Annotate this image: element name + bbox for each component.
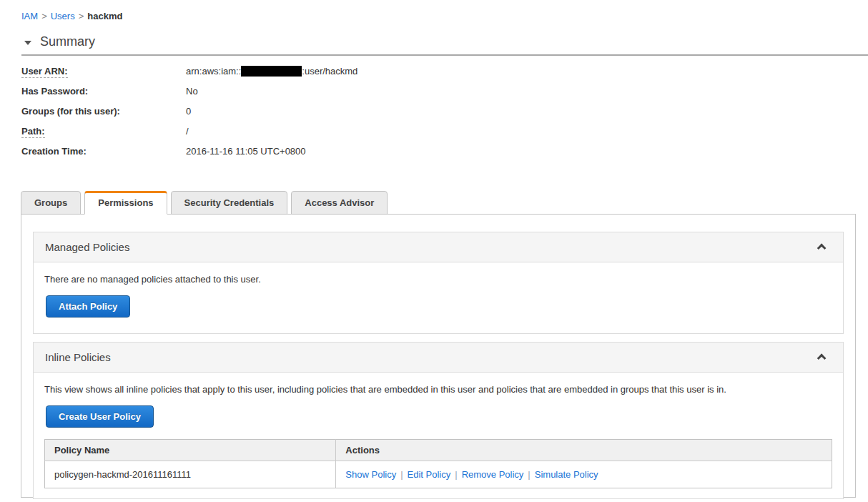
actions-cell: Show Policy|Edit Policy|Remove Policy|Si… [336, 461, 832, 488]
tab-security-credentials[interactable]: Security Credentials [171, 191, 288, 215]
chevron-up-icon[interactable] [817, 244, 827, 253]
show-policy-link[interactable]: Show Policy [345, 469, 396, 480]
breadcrumb-link-users[interactable]: Users [51, 11, 75, 21]
user-arn-suffix: :user/hackmd [302, 66, 357, 77]
managed-policies-header[interactable]: Managed Policies [34, 232, 843, 262]
tab-strip: Groups Permissions Security Credentials … [21, 191, 856, 214]
managed-policies-body: There are no managed policies attached t… [34, 262, 843, 333]
has-password-value: No [186, 86, 198, 97]
remove-policy-link[interactable]: Remove Policy [462, 469, 524, 480]
inline-policies-table: Policy Name Actions policygen-hackmd-201… [44, 439, 832, 488]
table-row: policygen-hackmd-201611161111 Show Polic… [45, 461, 832, 488]
inline-policies-title: Inline Policies [45, 351, 111, 363]
managed-policies-section: Managed Policies There are no managed po… [33, 232, 844, 334]
policy-name-column-header: Policy Name [45, 440, 336, 461]
summary-fields: User ARN: arn:aws:iam:::user/hackmd Has … [21, 66, 868, 157]
groups-label: Groups (for this user): [21, 106, 186, 117]
chevron-up-icon[interactable] [817, 354, 827, 363]
action-separator: | [400, 469, 403, 480]
triangle-down-icon[interactable] [24, 41, 31, 45]
edit-policy-link[interactable]: Edit Policy [408, 469, 451, 480]
path-label: Path: [21, 126, 186, 137]
breadcrumb-link-iam[interactable]: IAM [21, 11, 38, 21]
tab-access-advisor[interactable]: Access Advisor [291, 191, 388, 215]
inline-policies-description: This view shows all inline policies that… [44, 384, 832, 395]
action-separator: | [528, 469, 530, 480]
permissions-tab-panel: Managed Policies There are no managed po… [21, 214, 856, 498]
table-header-row: Policy Name Actions [45, 440, 832, 461]
actions-column-header: Actions [336, 440, 832, 461]
inline-policies-body: This view shows all inline policies that… [34, 373, 843, 498]
managed-policies-title: Managed Policies [45, 241, 129, 253]
creation-time-value: 2016-11-16 11:05 UTC+0800 [186, 146, 306, 157]
user-arn-label: User ARN: [21, 66, 186, 77]
field-row-user-arn: User ARN: arn:aws:iam:::user/hackmd [21, 66, 868, 77]
attach-policy-button[interactable]: Attach Policy [46, 295, 130, 318]
groups-value: 0 [186, 106, 191, 117]
action-separator: | [455, 469, 457, 480]
user-arn-prefix: arn:aws:iam:: [186, 66, 241, 77]
create-user-policy-button[interactable]: Create User Policy [46, 405, 154, 428]
field-row-groups: Groups (for this user): 0 [21, 106, 868, 117]
summary-section-header[interactable]: Summary [21, 34, 868, 56]
breadcrumb: IAM>Users>hackmd [0, 0, 868, 30]
path-value: / [186, 126, 189, 137]
tab-groups[interactable]: Groups [21, 191, 81, 215]
managed-policies-empty-text: There are no managed policies attached t… [44, 274, 832, 285]
redacted-account-id [241, 66, 302, 77]
inline-policies-header[interactable]: Inline Policies [34, 343, 843, 373]
simulate-policy-link[interactable]: Simulate Policy [535, 469, 598, 480]
field-row-creation-time: Creation Time: 2016-11-16 11:05 UTC+0800 [21, 146, 868, 157]
field-row-path: Path: / [21, 126, 868, 137]
field-row-has-password: Has Password: No [21, 86, 868, 97]
user-arn-value: arn:aws:iam:::user/hackmd [186, 66, 357, 77]
summary-title: Summary [40, 34, 95, 49]
policy-name-cell: policygen-hackmd-201611161111 [45, 461, 336, 488]
inline-policies-section: Inline Policies This view shows all inli… [33, 342, 844, 499]
has-password-label: Has Password: [21, 86, 186, 97]
breadcrumb-current-user: hackmd [87, 11, 122, 21]
creation-time-label: Creation Time: [21, 146, 186, 157]
breadcrumb-separator: > [41, 11, 47, 21]
tab-permissions[interactable]: Permissions [84, 191, 167, 215]
breadcrumb-separator: > [79, 11, 84, 21]
